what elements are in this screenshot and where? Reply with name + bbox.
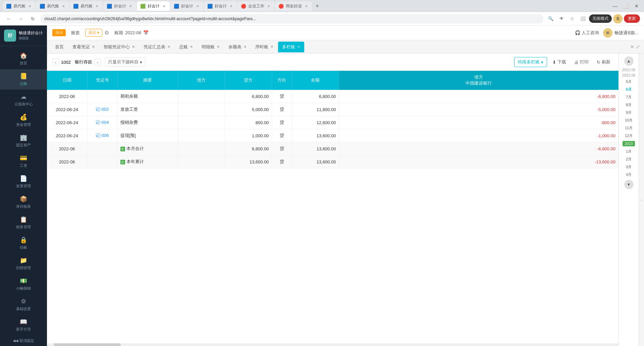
timeline-month-5[interactable]: 5月 bbox=[619, 78, 639, 86]
timeline-2023-month-3[interactable]: 3月 bbox=[619, 163, 639, 171]
sidebar-item-settings[interactable]: ⚙ 基础设置 bbox=[0, 294, 47, 315]
update-button[interactable]: 更新 bbox=[624, 14, 640, 23]
right-collapse-panel[interactable]: › bbox=[639, 54, 644, 346]
tab-close-9[interactable]: ✕ bbox=[304, 4, 309, 8]
timeline-scroll-up[interactable]: ▲ bbox=[624, 56, 634, 66]
timeline-month-10[interactable]: 10月 bbox=[619, 116, 639, 124]
tab-balance-close[interactable]: ✕ bbox=[244, 45, 247, 49]
subject-next-button[interactable]: › bbox=[94, 59, 101, 65]
tab-voucher-view-close[interactable]: ✕ bbox=[92, 45, 95, 49]
close-panel-button[interactable]: ✕ bbox=[630, 44, 634, 50]
timeline-month-12[interactable]: 12月 bbox=[619, 132, 639, 140]
no-trace-icon[interactable]: 👁 bbox=[557, 14, 566, 23]
minimize-button[interactable]: — bbox=[610, 1, 620, 11]
close-browser-button[interactable]: ✕ bbox=[632, 1, 641, 11]
timeline-scroll-down[interactable]: ▼ bbox=[624, 180, 634, 189]
timeline-year-2023[interactable]: 2023 bbox=[623, 141, 635, 146]
bookmark-icon[interactable]: ☆ bbox=[568, 14, 577, 23]
tab-balance[interactable]: 余额表 ✕ bbox=[224, 42, 251, 52]
timeline-2023-month-4[interactable]: 4月 bbox=[619, 171, 639, 179]
timeline-month-9[interactable]: 9月 bbox=[619, 109, 639, 116]
browser-tab-9[interactable]: 🔴 用友好业 ✕ bbox=[275, 1, 312, 11]
search-icon[interactable]: 🔍 bbox=[546, 14, 555, 23]
sidebar-item-inventory[interactable]: 📦 库存核算 bbox=[0, 192, 47, 212]
browser-tab-6[interactable]: 🟦 好会计 ✕ bbox=[170, 1, 203, 11]
demo-dropdown-button[interactable]: 演示 ▾ bbox=[85, 29, 102, 37]
sidebar-item-fund[interactable]: 💰 资金管理 bbox=[0, 110, 47, 131]
expand-panel-button[interactable]: ⤢ bbox=[636, 44, 640, 50]
tab-multi-column-close[interactable]: ✕ bbox=[297, 45, 300, 49]
browser-tab-2[interactable]: 🟦 易代账 ✕ bbox=[36, 1, 69, 11]
browser-tab-5[interactable]: 🟩 好会计 ✕ bbox=[137, 1, 170, 11]
timeline-2023-month-1[interactable]: 1月 bbox=[619, 148, 639, 155]
forward-button[interactable]: → bbox=[16, 14, 25, 23]
browser-tab-1[interactable]: 🟦 易代账 ✕ bbox=[3, 1, 36, 11]
cell-voucher[interactable]: 记-006 bbox=[87, 129, 117, 142]
tab-close-3[interactable]: ✕ bbox=[95, 4, 99, 8]
calendar-icon[interactable]: 📅 bbox=[143, 30, 149, 35]
tab-close-4[interactable]: ✕ bbox=[128, 4, 133, 8]
user-info[interactable]: 畅 畅捷通B旗... bbox=[603, 28, 639, 38]
horizontal-scrollbar[interactable] bbox=[47, 343, 619, 346]
browser-tab-4[interactable]: 🟦 好会计 ✕ bbox=[103, 1, 136, 11]
sidebar-item-assets[interactable]: 🏢 固定资产 bbox=[0, 131, 47, 151]
tab-voucher-view[interactable]: 查看凭证 ✕ bbox=[68, 42, 99, 52]
refresh-button[interactable]: ↻ 刷新 bbox=[594, 57, 613, 67]
download-button[interactable]: ⬇ 下载 bbox=[550, 57, 569, 67]
tab-close-6[interactable]: ✕ bbox=[195, 4, 200, 8]
settings-icon[interactable]: ⚙ bbox=[104, 30, 109, 36]
tab-general-ledger[interactable]: 总账 ✕ bbox=[175, 42, 197, 52]
timeline-month-7[interactable]: 7月 bbox=[619, 93, 639, 101]
sidebar-pin-button[interactable]: ◀◀ 取消固定 bbox=[0, 336, 47, 346]
sidebar-item-ledger[interactable]: 📒 总账 bbox=[0, 69, 47, 90]
browser-tab-8[interactable]: 🔴 企业工作 ✕ bbox=[237, 1, 274, 11]
sidebar-item-home[interactable]: 🏠 首页 bbox=[0, 49, 47, 69]
consult-button[interactable]: 🎧 人工咨询 bbox=[575, 30, 599, 36]
tab-detail-ledger-close[interactable]: ✕ bbox=[217, 45, 220, 49]
tab-close-1[interactable]: ✕ bbox=[28, 4, 32, 8]
cell-voucher[interactable]: 记-004 bbox=[87, 116, 117, 129]
tab-multi-column[interactable]: 多栏账 ✕ bbox=[278, 42, 304, 52]
browser-tab-7[interactable]: 🟦 好会计 ✕ bbox=[204, 1, 237, 11]
tab-sequence-close[interactable]: ✕ bbox=[270, 45, 273, 49]
sidebar-item-invoice[interactable]: 📄 发票管理 bbox=[0, 171, 47, 192]
url-input[interactable]: cloud2.chanjet.com/accounting/uh26t264j5… bbox=[40, 14, 543, 23]
refresh-button[interactable]: ↻ bbox=[28, 14, 38, 23]
print-button[interactable]: 🖨 打印 bbox=[572, 57, 591, 67]
timeline-month-6[interactable]: 6月 bbox=[619, 86, 639, 93]
sidebar-item-archive[interactable]: 📁 归档管理 bbox=[0, 253, 47, 274]
subject-prev-button[interactable]: ‹ bbox=[52, 59, 59, 65]
timeline-month-8[interactable]: 8月 bbox=[619, 101, 639, 109]
cell-voucher[interactable]: 记-002 bbox=[87, 103, 117, 116]
sidebar-item-close[interactable]: 🔒 结账 bbox=[0, 233, 47, 253]
cell-balance: 12,600.00 bbox=[292, 116, 339, 129]
sidebar-item-tax[interactable]: 📋 税务管理 bbox=[0, 212, 47, 233]
user-avatar-browser[interactable]: 无 bbox=[613, 14, 623, 23]
sidebar-item-salary[interactable]: 💳 工资 bbox=[0, 151, 47, 171]
new-tab-button[interactable]: + bbox=[313, 1, 322, 11]
tab-close-5[interactable]: ✕ bbox=[162, 4, 166, 8]
tab-close-2[interactable]: ✕ bbox=[61, 4, 66, 8]
tab-close-8[interactable]: ✕ bbox=[266, 4, 271, 8]
browser-tab-3[interactable]: 🟦 易代账 ✕ bbox=[70, 1, 103, 11]
maximize-button[interactable]: ⬜ bbox=[621, 1, 631, 11]
tab-general-ledger-close[interactable]: ✕ bbox=[190, 45, 193, 49]
tab-detail-ledger[interactable]: 明细账 ✕ bbox=[198, 42, 224, 52]
tab-close-7[interactable]: ✕ bbox=[229, 4, 233, 8]
tab-sequence[interactable]: 序时账 ✕ bbox=[251, 42, 277, 52]
timeline-2023-month-2[interactable]: 2月 bbox=[619, 155, 639, 163]
tab-home[interactable]: 首页 bbox=[51, 42, 68, 52]
tab-smart-voucher[interactable]: 智能凭证中心 ✕ bbox=[100, 42, 139, 52]
no-trace-button[interactable]: 无痕模式 bbox=[589, 14, 612, 23]
sidebar-item-report[interactable]: ☁ 云报表中心 bbox=[0, 90, 47, 110]
subject-filter-dropdown[interactable]: 只显示下级科目 ▾ bbox=[105, 57, 145, 67]
timeline-month-11[interactable]: 11月 bbox=[619, 124, 639, 132]
tab-voucher-summary[interactable]: 凭证汇总表 ✕ bbox=[140, 42, 174, 52]
sidebar-item-expense[interactable]: 💵 小畅报销 bbox=[0, 274, 47, 294]
back-button[interactable]: ← bbox=[4, 14, 13, 23]
tab-smart-voucher-close[interactable]: ✕ bbox=[132, 45, 135, 49]
profile-icon[interactable]: ⬜ bbox=[578, 14, 588, 23]
tab-voucher-summary-close[interactable]: ✕ bbox=[167, 45, 170, 49]
sidebar-item-guide[interactable]: 📖 新手引导 bbox=[0, 315, 47, 335]
special-multicolumn-button[interactable]: 特殊多栏账 ▾ bbox=[514, 57, 547, 67]
